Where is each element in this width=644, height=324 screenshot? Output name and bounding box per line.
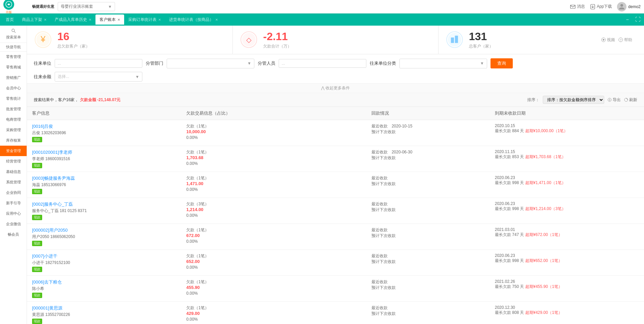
customer-name-7[interactable]: [000001]黄思源: [32, 305, 176, 311]
debt-amount-5[interactable]: 652.00: [186, 259, 361, 264]
sidebar-item-wholesale-mgmt[interactable]: 批发管理: [0, 104, 27, 114]
company-selector[interactable]: 母婴行业演示账套 ▼: [58, 2, 115, 11]
table-row: [0007]小进干 小进干 18279152100 现款 欠款（1笔） 652.…: [27, 250, 644, 276]
sidebar-item-operations[interactable]: 经营管理: [0, 156, 27, 167]
sidebar-item-retail-mall[interactable]: 零售商城: [0, 62, 27, 72]
sidebar-item-marketing[interactable]: 营销推广: [0, 72, 27, 83]
customer-name-5[interactable]: [0007]小进干: [32, 253, 176, 259]
collapse-bar[interactable]: ⋀ 收起更多条件: [27, 83, 644, 93]
due-date-3: 2020.06.23: [495, 201, 639, 206]
tab-production[interactable]: 产成品入库单历史 ✕: [51, 14, 95, 25]
debt-amount-4[interactable]: 672.00: [186, 233, 361, 238]
table-row: [0006]去下粮仓 陈小希 现款 欠款（1笔） 455.90 0.00% 最近…: [27, 276, 644, 302]
debt-amount-1[interactable]: 1,703.68: [186, 155, 361, 160]
col-due-date: 到期未收款日期: [490, 107, 644, 120]
col-repay-info: 回款情况: [366, 107, 490, 120]
message-btn[interactable]: 消息: [570, 4, 585, 9]
cell-debt-5: 欠款（1笔） 652.00 0.00%: [181, 250, 366, 276]
filter-select-category[interactable]: ▼: [399, 59, 487, 68]
col-debt-info: 欠款交易信息（占比）: [181, 107, 366, 120]
tab-purchase-stats[interactable]: 进货单统计表（按商品） ✕: [165, 14, 222, 25]
overdue-link-1[interactable]: 超期¥1,703.68（1笔）: [525, 154, 566, 159]
nav-minus-btn[interactable]: －: [623, 16, 632, 24]
cell-debt-2: 欠款（1笔） 1,471.00 0.00%: [181, 172, 366, 198]
sidebar-item-chang-member[interactable]: 畅会员: [0, 229, 27, 240]
close-tab-customer-account[interactable]: ✕: [117, 18, 120, 22]
cell-debt-0: 欠款（1笔） 10,000.00 0.00%: [181, 120, 366, 146]
query-button[interactable]: 查询: [491, 58, 513, 68]
tab-customer-account[interactable]: 客户账本 ✕: [95, 14, 124, 25]
debt-amount-7[interactable]: 429.00: [186, 311, 361, 316]
cell-customer-1: [0001020001]李老师 李老师 18600391516 现款: [27, 146, 181, 172]
tab-home[interactable]: 首页: [2, 14, 18, 25]
sidebar-item-retail-mgmt[interactable]: 零售管理: [0, 52, 27, 62]
overdue-link-6[interactable]: 超期¥455.90（1笔）: [525, 284, 562, 289]
overdue-days-4: 最长欠款 747 天 超期¥672.00（1笔）: [495, 232, 639, 238]
sidebar-item-enterprise-collab[interactable]: 企业协同: [0, 187, 27, 198]
filter-input-unit[interactable]: ...: [55, 59, 142, 68]
sidebar-item-basic-info[interactable]: 基础信息: [0, 167, 27, 177]
overdue-link-7[interactable]: 超期¥429.00（1笔）: [525, 310, 562, 315]
logo-subtitle: 示版: [6, 10, 12, 14]
close-tab-production[interactable]: ✕: [89, 18, 91, 22]
sidebar-item-purchase-mgmt[interactable]: 采购管理: [0, 125, 27, 135]
customer-name-0[interactable]: [0016]吕俊: [32, 123, 176, 129]
help-btn[interactable]: ? 帮助: [618, 37, 632, 43]
customer-sub-0: 吕俊 13026203696: [32, 130, 176, 136]
video-help-btn[interactable]: 视频: [601, 37, 615, 43]
overdue-days-7: 最长欠款 808 天 超期¥429.00（1笔）: [495, 310, 639, 316]
collapse-icon: ⋀: [321, 86, 325, 90]
export-btn[interactable]: 导出: [608, 97, 621, 103]
logo-area: 示版: [3, 0, 30, 14]
sidebar-item-finance[interactable]: 资金管理: [0, 146, 27, 156]
cell-customer-6: [0006]去下粮仓 陈小希 现款: [27, 276, 181, 302]
tab-purchase-order[interactable]: 采购订单统计表 ✕: [124, 14, 165, 25]
due-date-2: 2020.06.23: [495, 175, 639, 180]
filter-select-dept[interactable]: ▼: [167, 59, 254, 68]
sidebar-search[interactable]: 搜索菜单: [0, 26, 27, 43]
cell-due-1: 2020.11.15 最长欠款 853 天 超期¥1,703.68（1笔）: [490, 146, 644, 172]
help-icon: ?: [618, 37, 623, 42]
debt-amount-2[interactable]: 1,471.00: [186, 181, 361, 186]
sidebar-item-guide[interactable]: 新手引导: [0, 198, 27, 208]
customer-name-3[interactable]: [0002]服务中心_丁磊: [32, 201, 176, 207]
sidebar-quick-nav[interactable]: 快捷导航: [0, 43, 27, 52]
sidebar-item-ecommerce[interactable]: 电商管理: [0, 114, 27, 125]
sidebar-item-enterprise-wechat[interactable]: 企业微信: [0, 219, 27, 229]
sidebar-item-inventory[interactable]: 库存核算: [0, 135, 27, 146]
debt-amount-6[interactable]: 455.90: [186, 285, 361, 290]
repay-label-7: 最近收款: [371, 305, 485, 311]
sidebar-item-system-mgmt[interactable]: 系统管理: [0, 177, 27, 187]
overdue-link-0[interactable]: 超期¥10,000.00（1笔）: [525, 128, 568, 133]
customer-name-1[interactable]: [0001020001]李老师: [32, 149, 176, 155]
debt-amount-0[interactable]: 10,000.00: [186, 129, 361, 134]
due-date-1: 2020.11.15: [495, 149, 639, 154]
cell-repay-5: 最近收款 预计下次收款: [366, 250, 490, 276]
overdue-link-4[interactable]: 超期¥672.00（1笔）: [525, 232, 562, 237]
sidebar-item-retail-stats[interactable]: 零售统计: [0, 93, 27, 104]
nav-expand-btn[interactable]: ⛶: [634, 16, 642, 23]
overdue-link-5[interactable]: 超期¥652.00（1笔）: [525, 258, 562, 263]
filter-select-balance[interactable]: 选择... ▼: [55, 72, 142, 82]
customer-name-6[interactable]: [0006]去下粮仓: [32, 279, 176, 285]
user-menu[interactable]: demo2: [617, 2, 641, 11]
logo-icon: [5, 1, 12, 8]
tab-products[interactable]: 商品上下架 ✕: [18, 14, 51, 25]
sort-select[interactable]: 排序：按欠款金额倒序排序: [543, 96, 604, 104]
refresh-btn[interactable]: 刷新: [624, 97, 637, 103]
close-tab-purchase-order[interactable]: ✕: [158, 18, 161, 22]
svg-point-4: [620, 4, 623, 7]
stat-info-customers: 16 总欠款客户（家）: [57, 30, 226, 49]
customer-name-4[interactable]: [000002]用户2050: [32, 227, 176, 233]
sidebar-item-member-center[interactable]: 会员中心: [0, 83, 27, 93]
sidebar-item-app-center[interactable]: 应用中心: [0, 208, 27, 219]
close-tab-products[interactable]: ✕: [44, 18, 47, 22]
overdue-link-2[interactable]: 超期¥1,471.00（1笔）: [525, 180, 566, 185]
debt-amount-3[interactable]: 1,214.00: [186, 207, 361, 212]
filter-input-person[interactable]: ...: [279, 59, 366, 68]
customer-tag-1: 现款: [32, 163, 42, 168]
overdue-link-3[interactable]: 超期¥1,214.00（3笔）: [525, 206, 566, 211]
app-download-btn[interactable]: App下载: [590, 4, 612, 9]
close-tab-purchase-stats[interactable]: ✕: [215, 18, 218, 22]
customer-name-2[interactable]: [0003]畅捷服务尹海蕊: [32, 175, 176, 181]
